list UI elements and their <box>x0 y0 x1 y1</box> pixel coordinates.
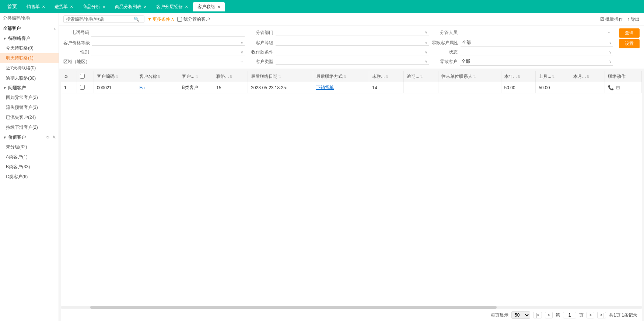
sort-last-date[interactable]: ⇅ <box>278 75 281 79</box>
col-last-method[interactable]: 最后联络方式⇅ <box>313 71 369 82</box>
sidebar-item-7days[interactable]: 近7天待联络(0) <box>0 63 59 73</box>
close-product-tab[interactable]: ✕ <box>102 5 105 9</box>
price-level-select[interactable]: ∨ <box>92 40 245 46</box>
set-button[interactable]: 设置 <box>619 39 640 48</box>
last-method-link[interactable]: 下销货单 <box>316 85 334 90</box>
filter-payment: 收付款条件 ∨ <box>248 49 429 55</box>
sidebar-item-churned[interactable]: 已流失客户(24) <box>0 113 59 122</box>
scroll-thumb[interactable] <box>90 306 497 309</box>
top-nav: 首页 销售单 ✕ 进货单 ✕ 商品分析 ✕ 商品分析列表 ✕ 客户分层经营 ✕ … <box>0 0 644 13</box>
close-sales-tab[interactable]: ✕ <box>42 5 45 9</box>
nav-product-analysis[interactable]: 商品分析 ✕ <box>78 2 110 11</box>
retail-customer-label: 零散客户 <box>432 59 458 65</box>
sort-last-method[interactable]: ⇅ <box>343 75 346 79</box>
horizontal-scrollbar[interactable] <box>61 306 642 309</box>
payment-select[interactable]: ∨ <box>276 49 429 55</box>
sort-type[interactable]: ⇅ <box>195 75 198 79</box>
close-product-list-tab[interactable]: ✕ <box>144 5 147 9</box>
sidebar-item-ungrouped[interactable]: 未分组(32) <box>0 142 59 152</box>
col-name[interactable]: 客户名称⇅ <box>136 71 179 82</box>
col-last-month[interactable]: 上月...⇅ <box>536 71 570 82</box>
sidebar-item-churn-warning[interactable]: 流失预警客户(3) <box>0 103 59 113</box>
my-customers-checkbox[interactable]: 我分管的客户 <box>177 16 210 23</box>
all-customers-header[interactable]: 全部客户 « <box>0 23 59 34</box>
close-customer-contact-tab[interactable]: ✕ <box>217 5 220 9</box>
sidebar-item-today[interactable]: 今天待联络(0) <box>0 43 59 53</box>
phone-input[interactable] <box>91 28 245 37</box>
col-this-year[interactable]: 本年...⇅ <box>501 71 536 82</box>
col-overdue[interactable]: 逾期...⇅ <box>404 71 438 82</box>
nav-purchase[interactable]: 进货单 ✕ <box>50 2 77 11</box>
sidebar-item-tomorrow[interactable]: 明天待联络(1) <box>0 53 59 63</box>
sidebar-search-input[interactable] <box>3 15 58 21</box>
region-dots[interactable]: ··· <box>239 59 243 64</box>
col-checkbox[interactable] <box>77 71 94 82</box>
sidebar-item-b-class[interactable]: B类客户(33) <box>0 162 59 172</box>
next-page-btn[interactable]: > <box>587 312 594 318</box>
nav-sales[interactable]: 销售单 ✕ <box>22 2 49 11</box>
close-customer-tier-tab[interactable]: ✕ <box>185 5 188 9</box>
close-purchase-tab[interactable]: ✕ <box>70 5 73 9</box>
sidebar-item-c-class[interactable]: C类客户(6) <box>0 172 59 182</box>
more-conditions-btn[interactable]: ▼ 更多条件 ∧ <box>147 16 174 23</box>
col-this-month[interactable]: 本月...⇅ <box>570 71 605 82</box>
prev-page-btn[interactable]: < <box>545 312 553 318</box>
col-code[interactable]: 客户编码⇅ <box>94 71 136 82</box>
col-company-contact[interactable]: 往来单位联系人⇅ <box>438 71 501 82</box>
grid-action-icon[interactable]: ⊞ <box>616 85 620 90</box>
page-number-input[interactable] <box>563 312 576 318</box>
status-select[interactable]: ∨ <box>460 49 613 55</box>
bulk-action-btn[interactable]: ☑ 批量操作 <box>600 16 623 23</box>
sort-company-contact[interactable]: ⇅ <box>473 75 476 79</box>
value-refresh-icon[interactable]: ↻ <box>46 135 49 140</box>
manager-select[interactable]: ··· <box>460 29 613 36</box>
select-all-checkbox[interactable] <box>80 74 85 79</box>
sort-uncontacted[interactable]: ⇅ <box>385 75 388 79</box>
sort-last-month[interactable]: ⇅ <box>552 75 555 79</box>
row-select-checkbox[interactable] <box>80 85 85 90</box>
row-name[interactable]: Ea <box>136 82 179 93</box>
my-customers-check[interactable] <box>177 17 182 22</box>
sidebar-item-declining[interactable]: 持续下滑客户(2) <box>0 122 59 132</box>
row-checkbox[interactable] <box>77 82 94 93</box>
retail-attr-select[interactable]: 全部 ∨ <box>461 39 613 47</box>
customer-type-select[interactable]: ∨ <box>276 59 429 65</box>
col-uncontacted[interactable]: 未联...⇅ <box>369 71 404 82</box>
nav-product-list[interactable]: 商品分析列表 ✕ <box>111 2 151 11</box>
row-last-date: 2023-05-23 18:25: <box>248 82 313 93</box>
value-edit-icon[interactable]: ✎ <box>52 135 56 140</box>
sort-name[interactable]: ⇅ <box>158 75 161 79</box>
sidebar-item-repurchase-anomaly[interactable]: 回购异常客户(2) <box>0 93 59 103</box>
main-search-input[interactable] <box>66 17 132 22</box>
dept-select[interactable]: ∨ <box>276 30 429 35</box>
sort-overdue[interactable]: ⇅ <box>420 75 423 79</box>
retail-customer-select[interactable]: 全部 ∨ <box>460 58 613 66</box>
nav-customer-tier[interactable]: 客户分层经营 ✕ <box>152 2 192 11</box>
sidebar-item-overdue[interactable]: 逾期未联络(30) <box>0 73 59 83</box>
last-page-btn[interactable]: >| <box>597 312 606 318</box>
sort-contact[interactable]: ⇅ <box>230 75 232 79</box>
col-contact[interactable]: 联络...⇅ <box>213 71 248 82</box>
col-settings[interactable]: ⚙ <box>61 71 77 82</box>
col-type[interactable]: 客户...⇅ <box>179 71 213 82</box>
filter-row-4: 区域（地区） ··· 客户类型 ∨ 零散客户 <box>63 58 613 66</box>
per-page-select[interactable]: 50 100 200 <box>511 311 530 319</box>
sort-this-month[interactable]: ⇅ <box>587 75 589 79</box>
export-btn[interactable]: ↑ 导出 <box>627 16 640 23</box>
first-page-btn[interactable]: |< <box>533 312 542 318</box>
col-last-date[interactable]: 最后联络日期⇅ <box>248 71 313 82</box>
filter-manager: 分管人员 ··· <box>432 29 613 36</box>
nav-home[interactable]: 首页 <box>3 2 21 11</box>
sort-code[interactable]: ⇅ <box>115 75 118 79</box>
call-action-icon[interactable]: 📞 <box>608 85 614 90</box>
sort-this-year[interactable]: ⇅ <box>518 75 521 79</box>
sidebar-item-a-class[interactable]: A类客户(1) <box>0 152 59 162</box>
query-button[interactable]: 查询 <box>619 28 640 38</box>
manager-dots[interactable]: ··· <box>608 30 612 35</box>
region-select[interactable]: ··· <box>92 58 245 65</box>
customer-level-select[interactable]: ∨ <box>276 40 429 46</box>
row-last-method[interactable]: 下销货单 <box>313 82 369 93</box>
main-search-icon[interactable]: 🔍 <box>134 17 139 22</box>
gender-select[interactable]: ∨ <box>91 49 245 55</box>
nav-customer-contact[interactable]: 客户联络 ✕ <box>193 2 225 11</box>
